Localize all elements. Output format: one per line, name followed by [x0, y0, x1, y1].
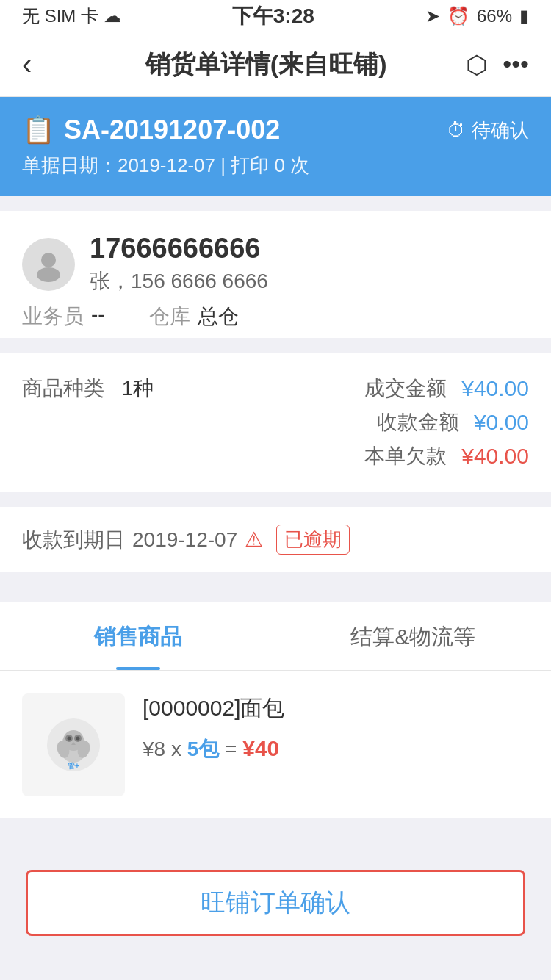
product-price-formula: ¥8 x 5包 = ¥40: [143, 735, 529, 763]
warehouse-label: 仓库: [149, 303, 190, 331]
no-sim-text: 无 SIM 卡 ☁: [22, 4, 121, 28]
divider-2: [0, 492, 551, 507]
svg-point-7: [68, 737, 71, 741]
alarm-icon: ⏰: [447, 6, 469, 26]
order-header-card: 📋 SA-20191207-002 ⏱ 待确认 单据日期：2019-12-07 …: [0, 97, 551, 196]
customer-phone: 17666666666: [90, 233, 268, 264]
customer-meta: 业务员 -- 仓库 总仓: [22, 303, 529, 331]
product-type-label: 商品种类: [22, 377, 104, 400]
svg-point-8: [76, 737, 80, 741]
salesperson-label: 业务员: [22, 303, 84, 331]
customer-section: 17666666666 张，156 6666 6666 业务员 -- 仓库 总仓: [0, 211, 551, 338]
svg-point-1: [37, 267, 60, 282]
avatar: [22, 238, 75, 291]
location-icon: ➤: [425, 6, 440, 26]
salesperson-value: --: [91, 303, 105, 331]
clock-icon: ⏱: [447, 119, 466, 142]
balance-value: ¥40.00: [461, 444, 529, 469]
quantity: 5包: [187, 738, 220, 760]
payment-value: ¥0.00: [474, 410, 529, 435]
total-price: ¥40: [242, 736, 279, 760]
divider-3: [0, 572, 551, 587]
tab-settlement[interactable]: 结算&物流等: [276, 602, 551, 670]
warning-icon: ⚠: [245, 527, 263, 552]
order-status: ⏱ 待确认: [447, 118, 529, 143]
product-item: 管+ [0000002]面包 ¥8 x 5包 = ¥40: [0, 671, 551, 818]
overdue-badge: 已逾期: [276, 525, 350, 555]
order-icon: 📋: [22, 115, 55, 145]
confirm-btn-container: 旺铺订单确认: [26, 870, 525, 936]
battery-icon: ▮: [519, 6, 529, 26]
product-info: [0000002]面包 ¥8 x 5包 = ¥40: [143, 693, 529, 763]
tab-sales-products[interactable]: 销售商品: [0, 602, 276, 670]
share-icon[interactable]: ⬡: [466, 50, 488, 79]
summary-section: 商品种类 1种 成交金额 ¥40.00 收款金额 ¥0.00 本单欠款 ¥40.…: [0, 353, 551, 492]
status-left: 无 SIM 卡 ☁: [22, 4, 121, 28]
summary-amounts: 成交金额 ¥40.00 收款金额 ¥0.00 本单欠款 ¥40.00: [364, 375, 529, 470]
divider-1: [0, 338, 551, 353]
multiply-sign: x: [171, 738, 187, 760]
due-date-section: 收款到期日 2019-12-07 ⚠ 已逾期: [0, 507, 551, 572]
warehouse-value: 总仓: [198, 303, 239, 331]
product-name: [0000002]面包: [143, 693, 529, 724]
transaction-label: 成交金额: [364, 375, 447, 403]
order-date: 单据日期：2019-12-07 | 打印 0 次: [22, 153, 529, 179]
battery-text: 66%: [477, 6, 512, 26]
back-button[interactable]: ‹: [22, 48, 66, 81]
status-bar: 无 SIM 卡 ☁ 下午3:28 ➤ ⏰ 66% ▮: [0, 0, 551, 32]
customer-name: 张，156 6666 6666: [90, 267, 268, 295]
more-icon[interactable]: •••: [503, 50, 529, 79]
page-title: 销货单详情(来自旺铺): [145, 48, 387, 82]
balance-label: 本单欠款: [364, 442, 447, 470]
due-label: 收款到期日: [22, 526, 125, 554]
status-time: 下午3:28: [232, 2, 314, 30]
svg-text:管+: 管+: [68, 762, 79, 770]
transaction-value: ¥40.00: [461, 376, 529, 401]
product-image: 管+: [22, 693, 125, 796]
equals-sign: =: [225, 738, 242, 760]
due-date: 2019-12-07: [132, 528, 237, 552]
status-right: ➤ ⏰ 66% ▮: [425, 6, 529, 26]
unit-price: ¥8: [143, 738, 165, 760]
product-type-value: 1种: [122, 377, 154, 400]
nav-actions: ⬡ •••: [466, 50, 529, 79]
nav-bar: ‹ 销货单详情(来自旺铺) ⬡ •••: [0, 32, 551, 97]
tabs: 销售商品 结算&物流等: [0, 602, 551, 671]
confirm-order-button[interactable]: 旺铺订单确认: [26, 870, 525, 936]
order-number: 📋 SA-20191207-002: [22, 115, 280, 145]
payment-label: 收款金额: [377, 408, 459, 436]
svg-point-0: [41, 253, 56, 267]
